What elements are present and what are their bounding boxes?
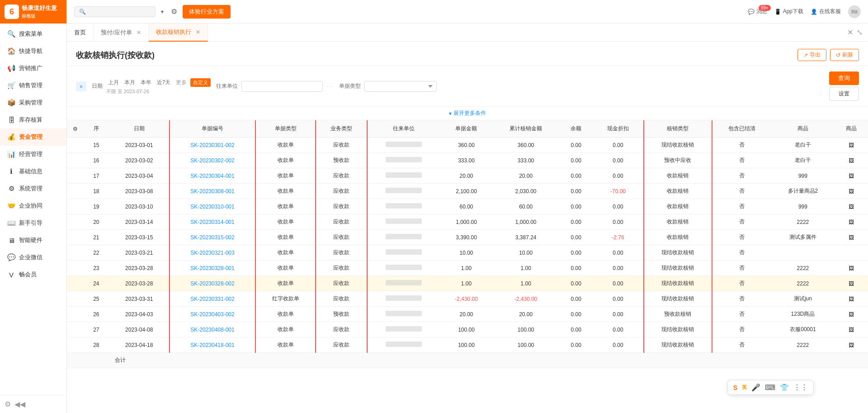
partner-filter-input[interactable] <box>241 81 323 92</box>
ime-bar: S 英 🎤 ⌨ 👕 ⋮⋮ <box>727 380 814 395</box>
sidebar-item-purchase[interactable]: 📦 采购管理 <box>0 94 66 111</box>
table-cell[interactable]: SK-20230308-001 <box>170 184 255 199</box>
date-custom-button[interactable]: 自定义 <box>190 78 211 87</box>
table-cell[interactable]: SK-20230403-002 <box>170 307 255 322</box>
topbar-dropdown[interactable]: ▾ <box>161 9 164 15</box>
collapse-sidebar-icon[interactable]: ◀◀ <box>14 400 25 408</box>
settings-footer-icon[interactable]: ⚙ <box>5 400 11 408</box>
table-cell: 应收款 <box>316 214 367 230</box>
tab-home[interactable]: 首页 <box>67 24 94 42</box>
topbar-search[interactable]: 🔍 <box>74 6 156 17</box>
table-cell <box>67 276 83 291</box>
voucher-no-link[interactable]: SK-20230328-002 <box>190 280 234 287</box>
table-cell[interactable]: SK-20230310-001 <box>170 199 255 214</box>
sidebar-item-finance[interactable]: 💰 资金管理 <box>0 128 66 146</box>
sidebar-item-hardware[interactable]: 🖥 智能硬件 <box>0 232 66 249</box>
table-cell: 1.00 <box>440 276 492 291</box>
table-cell[interactable]: SK-20230302-002 <box>170 153 255 168</box>
sidebar-item-quicknav[interactable]: 🏠 快捷导航 <box>0 43 66 60</box>
sidebar-item-marketing[interactable]: 📢 营销推广 <box>0 60 66 77</box>
table-cell[interactable]: SK-20230418-001 <box>170 337 255 353</box>
topbar-gear-icon[interactable]: ⚙ <box>171 7 177 16</box>
table-cell: -70.00 <box>593 184 644 199</box>
voucher-no-link[interactable]: SK-20230308-001 <box>190 188 234 195</box>
expand-tabs-icon[interactable]: ⤡ <box>857 28 863 37</box>
table-cell[interactable]: SK-20230331-002 <box>170 291 255 307</box>
tab-prepaid[interactable]: 预付/应付单 ✕ <box>94 24 149 42</box>
voucher-no-link[interactable]: SK-20230321-003 <box>190 250 234 256</box>
table-cell[interactable]: SK-20230328-002 <box>170 276 255 291</box>
topbar-message[interactable]: 💬 消息 99+ <box>748 8 767 15</box>
solution-button[interactable]: 体验行业方案 <box>183 5 231 19</box>
filter-expand-button[interactable]: » <box>76 81 86 91</box>
voucher-no-link[interactable]: SK-20230408-001 <box>190 327 234 333</box>
col-header-goods: 商品 <box>771 120 835 138</box>
table-row: 272023-04-08SK-20230408-001收款单应收款100.001… <box>67 322 868 337</box>
voucher-no-link[interactable]: SK-20230302-002 <box>190 157 234 164</box>
voucher-no-link[interactable]: SK-20230301-002 <box>190 142 234 148</box>
voucher-no-link[interactable]: SK-20230304-001 <box>190 173 234 179</box>
table-row: 182023-03-08SK-20230308-001收款单应收款2,100.0… <box>67 184 868 199</box>
export-button[interactable]: ↗ 导出 <box>797 49 826 61</box>
table-cell[interactable]: SK-20230321-003 <box>170 245 255 261</box>
sidebar-item-operation[interactable]: 📊 经营管理 <box>0 146 66 163</box>
expand-more-button[interactable]: ▾ 展开更多条件 <box>67 107 868 120</box>
table-cell[interactable]: SK-20230408-001 <box>170 322 255 337</box>
close-all-icon[interactable]: ✕ <box>847 28 853 37</box>
ime-keyboard-icon[interactable]: ⌨ <box>765 383 775 392</box>
table-cell: -2,430.00 <box>492 291 559 307</box>
date-last-month[interactable]: 上月 <box>106 78 121 87</box>
table-cell[interactable]: SK-20230304-001 <box>170 168 255 184</box>
date-7days[interactable]: 近7天 <box>155 78 173 87</box>
voucher-type-select[interactable]: 收款单 红字收款单 <box>364 81 437 92</box>
ime-mic-icon[interactable]: 🎤 <box>751 383 760 392</box>
table-cell <box>367 337 440 353</box>
date-this-year[interactable]: 本年 <box>139 78 153 87</box>
col-header-gear[interactable]: ⚙ <box>67 120 83 138</box>
date-more[interactable]: 更多 <box>174 78 189 87</box>
sidebar-item-corp[interactable]: 🤝 企业协同 <box>0 197 66 214</box>
table-cell: 20.00 <box>440 307 492 322</box>
table-cell <box>367 245 440 261</box>
sidebar-item-search[interactable]: 🔍 搜索菜单 <box>0 25 66 43</box>
sidebar-item-sales[interactable]: 🛒 销售管理 <box>0 77 66 94</box>
voucher-no-link[interactable]: SK-20230418-001 <box>190 342 234 348</box>
ime-shirt-icon[interactable]: 👕 <box>780 383 789 392</box>
table-cell[interactable]: SK-20230315-002 <box>170 230 255 245</box>
voucher-no-link[interactable]: SK-20230310-001 <box>190 204 234 210</box>
table-cell: 26 <box>83 307 109 322</box>
sidebar-item-basic[interactable]: ℹ 基础信息 <box>0 163 66 180</box>
sidebar-item-guide[interactable]: 📖 新手引导 <box>0 214 66 232</box>
monitor-icon: 🖥 <box>7 237 15 244</box>
table-cell[interactable]: SK-20230301-002 <box>170 138 255 153</box>
sidebar-item-member[interactable]: V 畅会员 <box>0 266 66 283</box>
table-cell: 22 <box>83 245 109 261</box>
date-this-month[interactable]: 本月 <box>123 78 137 87</box>
filter-settings-button[interactable]: 设置 <box>829 87 859 101</box>
voucher-no-link[interactable]: SK-20230328-001 <box>190 265 234 271</box>
voucher-no-link[interactable]: SK-20230315-002 <box>190 234 234 241</box>
query-button[interactable]: 查询 <box>829 71 859 85</box>
user-avatar[interactable]: Rit <box>848 5 861 18</box>
col-header-voucher-no: 单据编号 <box>170 120 255 138</box>
table-cell: 60.00 <box>492 199 559 214</box>
col-header-date: 日期 <box>109 120 170 138</box>
sidebar-item-inventory[interactable]: 🗄 库存核算 <box>0 111 66 128</box>
tab-collection[interactable]: 收款核销执行 ✕ <box>149 24 208 42</box>
col-header-writeoff-amount: 累计核销金额 <box>492 120 559 138</box>
topbar-app-download[interactable]: 📱 App下载 <box>774 8 803 15</box>
table-cell: -2.76 <box>593 230 644 245</box>
voucher-no-link[interactable]: SK-20230403-002 <box>190 311 234 318</box>
topbar-online-service[interactable]: 👤 在线客服 <box>811 8 841 15</box>
voucher-no-link[interactable]: SK-20230331-002 <box>190 296 234 302</box>
table-cell[interactable]: SK-20230314-001 <box>170 214 255 230</box>
table-cell[interactable]: SK-20230328-001 <box>170 261 255 276</box>
sidebar-item-system[interactable]: ⚙ 系统管理 <box>0 180 66 197</box>
ime-menu-icon[interactable]: ⋮⋮ <box>793 383 808 392</box>
table-cell: 2,030.00 <box>492 184 559 199</box>
tab-prepaid-close-icon[interactable]: ✕ <box>137 29 141 36</box>
tab-collection-close-icon[interactable]: ✕ <box>196 29 200 35</box>
refresh-button[interactable]: ↺ 刷新 <box>830 49 859 61</box>
voucher-no-link[interactable]: SK-20230314-001 <box>190 219 234 225</box>
sidebar-item-wechat[interactable]: 💬 企业微信 <box>0 249 66 266</box>
